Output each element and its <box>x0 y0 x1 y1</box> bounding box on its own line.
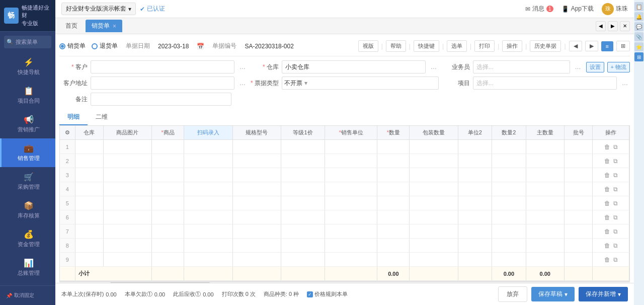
abandon-button[interactable]: 放弃 <box>498 286 527 302</box>
th-main-qty: 主数量 <box>526 126 564 140</box>
delete-row-icon[interactable]: 🗑 <box>603 213 611 222</box>
table-row: 7 🗑⧉ <box>60 224 629 239</box>
sidebar-item-sales[interactable]: 💼 销售管理 <box>0 138 55 167</box>
tab-next-button[interactable]: ▶ <box>608 21 618 31</box>
delete-row-icon[interactable]: 🗑 <box>603 255 611 264</box>
delete-row-icon[interactable]: 🗑 <box>603 199 611 208</box>
copy-row-icon[interactable]: ⧉ <box>612 241 619 250</box>
subtotal-main-qty: 0.00 <box>526 267 564 281</box>
copy-row-icon[interactable]: ⧉ <box>612 185 619 194</box>
panel-icon-4[interactable]: 📎 <box>634 32 643 41</box>
last-carry-stat: 本单上次(保存时) 0.00 <box>61 290 117 298</box>
grid-view-button[interactable]: ⊞ <box>616 41 630 51</box>
sidebar-nav: ⚡ 快捷导航 📋 项目合同 📢 营销推广 💼 销售管理 🛒 采购管理 📦 库存核… <box>0 52 55 285</box>
save-new-button[interactable]: 保存并新增 ▾ <box>579 287 628 301</box>
checkbox-icon: ✓ <box>307 291 313 297</box>
scrollbar-thumb[interactable] <box>110 282 210 283</box>
sidebar-item-marketing[interactable]: 📢 营销推广 <box>0 110 55 138</box>
save-draft-button[interactable]: 保存草稿 ▾ <box>531 287 575 301</box>
copy-row-icon[interactable]: ⧉ <box>612 227 619 236</box>
horizontal-scrollbar[interactable] <box>59 281 630 283</box>
operation-button[interactable]: 操作 <box>502 40 522 52</box>
tab-sales-order[interactable]: 销货单 × <box>86 20 122 32</box>
panel-icon-5[interactable]: ⭐ <box>634 42 643 51</box>
sidebar-item-inventory[interactable]: 📦 库存核算 <box>0 196 55 224</box>
th-scan[interactable]: 扫码录入 <box>184 126 232 140</box>
select-button[interactable]: 选单 <box>447 40 467 52</box>
calendar-icon[interactable]: 📅 <box>197 43 204 50</box>
delete-row-icon[interactable]: 🗑 <box>603 185 611 194</box>
history-button[interactable]: 历史单据 <box>530 40 561 52</box>
copy-row-icon[interactable]: ⧉ <box>612 142 619 151</box>
message-button[interactable]: ✉ 消息 1 <box>525 5 553 13</box>
project-dots[interactable]: … <box>620 80 630 87</box>
prev-record-button[interactable]: ◀ <box>569 41 582 51</box>
warehouse-input[interactable]: 小卖仓库 <box>282 60 426 73</box>
salesperson-dots[interactable]: … <box>573 63 583 70</box>
shortcut-button[interactable]: 快捷键 <box>414 40 439 52</box>
data-table: ⚙ 仓库 商品图片 *商品 扫码录入 规格型号 等级1价 *销售单位 *数量 包… <box>60 126 629 281</box>
tab-2d[interactable]: 二维 <box>88 110 116 125</box>
radio-sales-order[interactable]: 销货单 <box>59 42 86 50</box>
panel-icon-1[interactable]: 📋 <box>634 2 643 11</box>
address-input[interactable] <box>91 77 234 90</box>
message-icon: ✉ <box>525 6 530 13</box>
sidebar-item-project[interactable]: 📋 项目合同 <box>0 81 55 110</box>
th-settings[interactable]: ⚙ <box>60 126 75 140</box>
th-image: 商品图片 <box>103 126 151 140</box>
table-row: 2 🗑⧉ <box>60 154 629 168</box>
close-tab-button[interactable]: × <box>113 23 116 30</box>
tab-label: 销货单 <box>92 22 110 30</box>
material-button[interactable]: + 物流 <box>607 62 630 72</box>
delete-row-icon[interactable]: 🗑 <box>603 157 611 166</box>
dropdown-icon: ▾ <box>128 6 131 13</box>
copy-row-icon[interactable]: ⧉ <box>612 199 619 208</box>
tab-prev-button[interactable]: ◀ <box>596 21 606 31</box>
address-dots[interactable]: … <box>237 80 248 87</box>
search-menu-button[interactable]: 🔍 搜索菜单 <box>4 36 51 48</box>
invoice-select[interactable]: 不开票 ▾ <box>282 77 439 90</box>
order-type-radio: 销货单 退货单 <box>59 42 118 50</box>
list-view-button[interactable]: ≡ <box>601 41 613 51</box>
copy-row-icon[interactable]: ⧉ <box>612 171 619 180</box>
customer-input[interactable] <box>91 60 234 73</box>
cancel-pin-label: 取消固定 <box>14 292 34 299</box>
arrears-stat: 本单欠款① 0.00 <box>125 290 165 298</box>
print-button[interactable]: 打印 <box>474 40 495 52</box>
sidebar-item-quick-nav[interactable]: ⚡ 快捷导航 <box>0 52 55 81</box>
remarks-input[interactable] <box>91 93 231 106</box>
copy-row-icon[interactable]: ⧉ <box>612 255 619 264</box>
price-rule-checkbox[interactable]: ✓ 价格规则本单 <box>307 290 348 298</box>
salesperson-input[interactable]: 选择... <box>473 60 570 73</box>
sidebar-item-finance[interactable]: 💰 资金管理 <box>0 224 55 253</box>
warehouse-dots[interactable]: … <box>429 63 439 70</box>
delete-row-icon[interactable]: 🗑 <box>603 241 611 250</box>
delete-row-icon[interactable]: 🗑 <box>603 227 611 236</box>
right-panel: 📋 🔔 💬 📎 ⭐ ⊞ <box>634 0 644 305</box>
tab-detail[interactable]: 明细 <box>59 110 88 125</box>
tab-close-button[interactable]: ✕ <box>620 21 630 31</box>
panel-icon-3[interactable]: 💬 <box>634 22 643 31</box>
customer-dots[interactable]: … <box>237 63 248 70</box>
tab-home[interactable]: 首页 <box>59 20 84 32</box>
panel-icon-6[interactable]: ⊞ <box>634 52 643 61</box>
help-button[interactable]: 帮助 <box>386 40 406 52</box>
copy-row-icon[interactable]: ⧉ <box>612 213 619 222</box>
sidebar-item-invoice[interactable]: 🧾 发票管理 <box>0 282 55 285</box>
cancel-pin-button[interactable]: 📌 取消固定 <box>4 290 51 301</box>
view-button[interactable]: 视版 <box>358 40 378 52</box>
user-profile[interactable]: 珠 珠珠 <box>602 3 628 15</box>
settings-button[interactable]: 设置 <box>586 62 604 72</box>
project-input[interactable]: 选择... <box>473 77 617 90</box>
copy-row-icon[interactable]: ⧉ <box>612 157 619 166</box>
panel-icon-2[interactable]: 🔔 <box>634 12 643 21</box>
sidebar-item-purchase[interactable]: 🛒 采购管理 <box>0 167 55 196</box>
delete-row-icon[interactable]: 🗑 <box>603 171 611 180</box>
radio-return-order[interactable]: 退货单 <box>92 42 118 50</box>
sidebar-item-accounting[interactable]: 📊 总账管理 <box>0 253 55 282</box>
company-selector[interactable]: 好业财专业版演示帐套 ▾ <box>61 3 136 15</box>
next-record-button[interactable]: ▶ <box>585 41 598 51</box>
delete-row-icon[interactable]: 🗑 <box>603 142 611 151</box>
app-download-button[interactable]: 📱 App下载 <box>561 5 594 13</box>
radio-dot-sales <box>59 43 65 49</box>
